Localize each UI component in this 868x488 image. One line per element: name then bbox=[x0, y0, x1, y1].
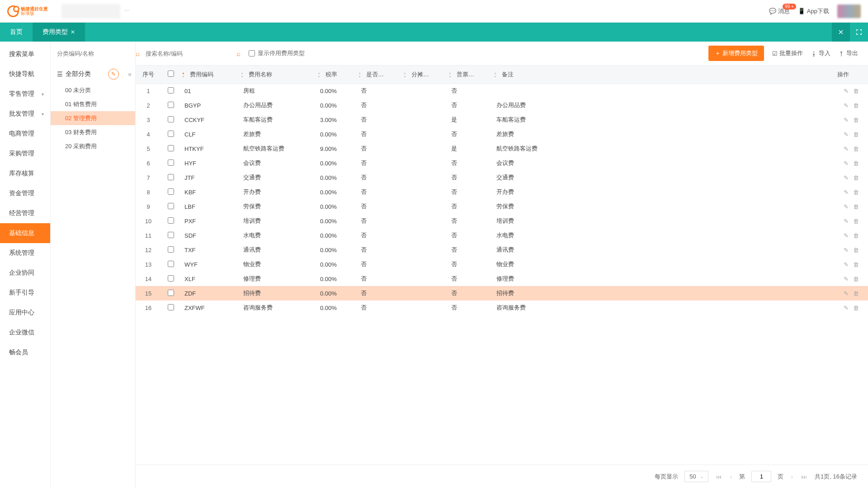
delete-icon[interactable]: 🗑 bbox=[853, 88, 859, 94]
delete-icon[interactable]: 🗑 bbox=[853, 174, 859, 181]
col-code[interactable]: ▲▼费用编码 bbox=[181, 66, 240, 84]
delete-icon[interactable]: 🗑 bbox=[853, 276, 859, 282]
sidebar-item[interactable]: 采购管理 bbox=[0, 144, 50, 164]
avatar[interactable] bbox=[837, 5, 861, 18]
table-row[interactable]: 13WYF物业费0.00%否否物业费✎🗑 bbox=[136, 257, 868, 272]
messages-button[interactable]: 💬 消息 99 + bbox=[769, 7, 790, 15]
page-size-select[interactable]: 50 ⌄ bbox=[684, 471, 708, 482]
sidebar-item[interactable]: 系统管理 bbox=[0, 243, 50, 263]
row-checkbox[interactable] bbox=[168, 246, 174, 253]
row-checkbox[interactable] bbox=[168, 102, 174, 108]
table-row[interactable]: 7JTF交通费0.00%否否交通费✎🗑 bbox=[136, 170, 868, 185]
row-checkbox[interactable] bbox=[168, 131, 174, 137]
edit-icon[interactable]: ✎ bbox=[844, 261, 849, 268]
category-item[interactable]: 00 未分类 bbox=[51, 83, 135, 97]
row-checkbox[interactable] bbox=[168, 87, 174, 94]
row-checkbox[interactable] bbox=[168, 217, 174, 224]
sidebar-item[interactable]: 批发管理▾ bbox=[0, 104, 50, 124]
edit-icon[interactable]: ✎ bbox=[844, 276, 849, 282]
edit-icon[interactable]: ✎ bbox=[844, 232, 849, 239]
tab-current[interactable]: 费用类型 ✕ bbox=[33, 23, 85, 42]
batch-button[interactable]: ☑ 批量操作 bbox=[772, 49, 803, 57]
add-button[interactable]: ＋ 新增费用类型 bbox=[708, 46, 764, 61]
edit-icon[interactable]: ✎ bbox=[844, 145, 849, 152]
edit-icon[interactable]: ✎ bbox=[844, 102, 849, 109]
fullscreen-button[interactable] bbox=[850, 23, 868, 42]
show-disabled-checkbox[interactable]: 显示停用费用类型 bbox=[249, 49, 305, 57]
edit-icon[interactable]: ✎ bbox=[844, 174, 849, 181]
sidebar-item[interactable]: 经营管理 bbox=[0, 203, 50, 223]
category-item[interactable]: 03 财务费用 bbox=[51, 125, 135, 139]
row-checkbox[interactable] bbox=[168, 203, 174, 209]
col-yesno[interactable]: ▲▼是否… bbox=[357, 66, 402, 84]
edit-icon[interactable]: ✎ bbox=[844, 218, 849, 225]
table-row[interactable]: 12TXF通讯费0.00%否否通讯费✎🗑 bbox=[136, 243, 868, 257]
edit-icon[interactable]: ✎ bbox=[844, 117, 849, 123]
delete-icon[interactable]: 🗑 bbox=[853, 247, 859, 253]
sidebar-item[interactable]: 快捷导航 bbox=[0, 64, 50, 84]
edit-icon[interactable]: ✎ bbox=[844, 203, 849, 210]
import-button[interactable]: ⭳ 导入 bbox=[811, 49, 830, 57]
table-row[interactable]: 3CCKYF车船客运费3.00%否是车船客运费✎🗑 bbox=[136, 113, 868, 127]
row-checkbox[interactable] bbox=[168, 145, 174, 151]
search-icon[interactable]: ⌕ bbox=[136, 50, 140, 57]
row-checkbox[interactable] bbox=[168, 275, 174, 282]
delete-icon[interactable]: 🗑 bbox=[853, 232, 859, 239]
table-row[interactable]: 11SDF水电费0.00%否否水电费✎🗑 bbox=[136, 228, 868, 243]
sidebar-item[interactable]: 电商管理 bbox=[0, 124, 50, 144]
edit-icon[interactable]: ✎ bbox=[844, 247, 849, 253]
row-checkbox[interactable] bbox=[168, 290, 174, 296]
row-checkbox[interactable] bbox=[168, 304, 174, 310]
search-input[interactable] bbox=[146, 50, 233, 57]
table-row[interactable]: 10PXF培训费0.00%否否培训费✎🗑 bbox=[136, 214, 868, 228]
delete-icon[interactable]: 🗑 bbox=[853, 261, 859, 268]
close-icon[interactable]: ✕ bbox=[71, 29, 75, 35]
edit-icon[interactable]: ✎ bbox=[844, 290, 849, 297]
category-item[interactable]: 20 采购费用 bbox=[51, 139, 135, 153]
sidebar-item[interactable]: 应用中心 bbox=[0, 303, 50, 323]
first-page-button[interactable]: ⏮ bbox=[715, 472, 723, 481]
table-row[interactable]: 15ZDF招待费0.00%否否招待费✎🗑 bbox=[136, 286, 868, 300]
category-search-input[interactable] bbox=[57, 50, 133, 57]
delete-icon[interactable]: 🗑 bbox=[853, 117, 859, 123]
delete-icon[interactable]: 🗑 bbox=[853, 290, 859, 297]
table-row[interactable]: 4CLF差旅费0.00%否否差旅费✎🗑 bbox=[136, 127, 868, 141]
row-checkbox[interactable] bbox=[168, 232, 174, 238]
delete-icon[interactable]: 🗑 bbox=[853, 189, 859, 196]
collapse-panel-icon[interactable]: « bbox=[128, 70, 132, 78]
delete-icon[interactable]: 🗑 bbox=[853, 203, 859, 210]
edit-icon[interactable]: ✎ bbox=[844, 160, 849, 167]
table-row[interactable]: 6HYF会议费0.00%否否会议费✎🗑 bbox=[136, 156, 868, 170]
sidebar-item[interactable]: 新手引导 bbox=[0, 283, 50, 303]
sidebar-item[interactable]: 库存核算 bbox=[0, 164, 50, 183]
table-row[interactable]: 101房租0.00%否否✎🗑 bbox=[136, 84, 868, 98]
edit-icon[interactable]: ✎ bbox=[844, 131, 849, 138]
col-remark[interactable]: ▲▼备注 bbox=[493, 66, 818, 84]
col-share[interactable]: ▲▼分摊… bbox=[402, 66, 448, 84]
row-checkbox[interactable] bbox=[168, 116, 174, 122]
category-root[interactable]: ☰ 全部分类 ✎ « bbox=[51, 65, 135, 83]
delete-icon[interactable]: 🗑 bbox=[853, 305, 859, 311]
page-input[interactable] bbox=[751, 471, 771, 482]
delete-icon[interactable]: 🗑 bbox=[853, 160, 859, 167]
delete-icon[interactable]: 🗑 bbox=[853, 102, 859, 109]
last-page-button[interactable]: ⏭ bbox=[800, 472, 808, 481]
org-selector[interactable] bbox=[61, 4, 120, 19]
table-row[interactable]: 9LBF劳保费0.00%否否劳保费✎🗑 bbox=[136, 199, 868, 214]
row-checkbox[interactable] bbox=[168, 261, 174, 267]
table-row[interactable]: 5HTKYF航空铁路客运费9.00%否是航空铁路客运费✎🗑 bbox=[136, 141, 868, 156]
sidebar-item[interactable]: 基础信息 bbox=[0, 223, 50, 243]
col-name[interactable]: ▲▼费用名称 bbox=[240, 66, 316, 84]
sidebar-item[interactable]: 企业微信 bbox=[0, 323, 50, 343]
edit-category-icon[interactable]: ✎ bbox=[108, 69, 119, 80]
tab-home[interactable]: 首页 bbox=[0, 23, 33, 42]
next-page-button[interactable]: › bbox=[790, 472, 794, 481]
export-button[interactable]: ⭱ 导出 bbox=[839, 49, 858, 57]
sidebar-item[interactable]: 零售管理▾ bbox=[0, 84, 50, 104]
sidebar-item[interactable]: 资金管理 bbox=[0, 183, 50, 203]
col-rate[interactable]: ▲▼税率 bbox=[316, 66, 357, 84]
edit-icon[interactable]: ✎ bbox=[844, 305, 849, 311]
col-seq[interactable]: 序号 bbox=[136, 66, 161, 84]
table-row[interactable]: 2BGYP办公用品费0.00%否否办公用品费✎🗑 bbox=[136, 98, 868, 113]
sidebar-item[interactable]: 畅会员 bbox=[0, 343, 50, 362]
